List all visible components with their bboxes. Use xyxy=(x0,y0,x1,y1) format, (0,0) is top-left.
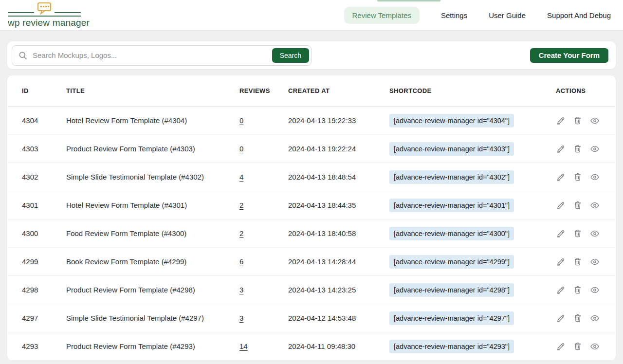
edit-button[interactable] xyxy=(556,285,566,295)
reviews-count-link[interactable]: 4 xyxy=(239,173,243,181)
column-header-id: ID xyxy=(22,87,66,94)
reviews-count-link[interactable]: 14 xyxy=(239,342,248,350)
delete-button[interactable] xyxy=(573,144,583,154)
shortcode-value[interactable]: [advance-review-manager id="4300"] xyxy=(389,227,514,240)
row-created-at: 2024-04-13 18:40:58 xyxy=(288,229,389,237)
row-title: Hotel Review Form Template (#4304) xyxy=(66,116,239,125)
search-input[interactable] xyxy=(28,46,272,65)
shortcode-value[interactable]: [advance-review-manager id="4293"] xyxy=(389,340,514,353)
edit-button[interactable] xyxy=(556,200,566,210)
row-id: 4297 xyxy=(22,314,66,322)
nav-review-templates[interactable]: Review Templates xyxy=(344,7,420,24)
trash-icon xyxy=(573,144,583,154)
eye-icon xyxy=(590,313,600,323)
logo-line-right xyxy=(55,12,81,13)
nav-settings[interactable]: Settings xyxy=(441,11,467,19)
column-header-reviews: REVIEWS xyxy=(239,87,288,94)
create-form-button[interactable]: Create Your Form xyxy=(530,48,608,63)
column-header-title: TITLE xyxy=(66,87,239,94)
view-button[interactable] xyxy=(590,200,600,210)
view-button[interactable] xyxy=(590,116,600,126)
shortcode-value[interactable]: [advance-review-manager id="4299"] xyxy=(389,255,514,269)
edit-button[interactable] xyxy=(556,116,566,126)
table-body: 4304 Hotel Review Form Template (#4304) … xyxy=(7,107,616,361)
table-header-row: ID TITLE REVIEWS CREATED AT SHORTCODE AC… xyxy=(7,75,616,107)
view-button[interactable] xyxy=(590,342,600,351)
view-button[interactable] xyxy=(590,172,600,182)
row-created-at: 2024-04-13 18:44:35 xyxy=(288,201,389,209)
trash-icon xyxy=(573,342,583,351)
shortcode-value[interactable]: [advance-review-manager id="4302"] xyxy=(389,170,514,184)
row-actions xyxy=(556,313,600,323)
row-id: 4293 xyxy=(22,342,66,350)
speech-bubble-icon xyxy=(36,2,53,15)
shortcode-value[interactable]: [advance-review-manager id="4301"] xyxy=(389,199,514,212)
delete-button[interactable] xyxy=(573,313,583,323)
reviews-count-link[interactable]: 3 xyxy=(239,286,243,294)
edit-pencil-icon xyxy=(556,285,566,295)
row-id: 4303 xyxy=(22,145,66,153)
edit-button[interactable] xyxy=(556,342,566,351)
reviews-count-link[interactable]: 2 xyxy=(239,201,243,209)
edit-button[interactable] xyxy=(556,172,566,182)
reviews-count-link[interactable]: 3 xyxy=(239,314,243,322)
nav-support-and-debug[interactable]: Support And Debug xyxy=(547,11,611,19)
table-row: 4297 Simple Slide Testimonial Template (… xyxy=(7,304,616,332)
delete-button[interactable] xyxy=(573,200,583,210)
eye-icon xyxy=(590,257,600,267)
edit-pencil-icon xyxy=(556,144,566,154)
top-header: wp review manager Review Templates Setti… xyxy=(0,0,623,31)
row-id: 4299 xyxy=(22,257,66,266)
reviews-count-link[interactable]: 0 xyxy=(239,145,243,153)
row-title: Book Review Form Template (#4299) xyxy=(66,257,239,266)
edit-pencil-icon xyxy=(556,342,566,351)
logo-title: wp review manager xyxy=(8,18,81,28)
row-title: Product Review Form Template (#4303) xyxy=(66,145,239,153)
view-button[interactable] xyxy=(590,285,600,295)
delete-button[interactable] xyxy=(573,229,583,238)
row-actions xyxy=(556,229,600,238)
row-actions xyxy=(556,200,600,210)
row-title: Simple Slide Testimonial Template (#4297… xyxy=(66,314,239,322)
main-nav: Review Templates Settings User Guide Sup… xyxy=(344,7,611,24)
row-actions xyxy=(556,342,600,351)
row-title: Hotel Review Form Template (#4301) xyxy=(66,201,239,209)
delete-button[interactable] xyxy=(573,172,583,182)
view-button[interactable] xyxy=(590,229,600,238)
edit-button[interactable] xyxy=(556,257,566,267)
eye-icon xyxy=(590,342,600,351)
delete-button[interactable] xyxy=(573,342,583,351)
delete-button[interactable] xyxy=(573,116,583,126)
edit-pencil-icon xyxy=(556,116,566,126)
column-header-created-at: CREATED AT xyxy=(288,87,389,94)
edit-button[interactable] xyxy=(556,144,566,154)
delete-button[interactable] xyxy=(573,257,583,267)
shortcode-value[interactable]: [advance-review-manager id="4297"] xyxy=(389,311,514,325)
row-actions xyxy=(556,144,600,154)
edit-pencil-icon xyxy=(556,172,566,182)
trash-icon xyxy=(573,257,583,267)
edit-button[interactable] xyxy=(556,313,566,323)
nav-user-guide[interactable]: User Guide xyxy=(489,11,526,19)
edit-button[interactable] xyxy=(556,229,566,238)
reviews-count-link[interactable]: 2 xyxy=(239,229,243,237)
reviews-count-link[interactable]: 6 xyxy=(239,257,243,266)
edit-pencil-icon xyxy=(556,313,566,323)
column-header-shortcode: SHORTCODE xyxy=(389,87,556,94)
trash-icon xyxy=(573,172,583,182)
delete-button[interactable] xyxy=(573,285,583,295)
app-logo[interactable]: wp review manager xyxy=(8,2,81,28)
shortcode-value[interactable]: [advance-review-manager id="4304"] xyxy=(389,114,514,127)
view-button[interactable] xyxy=(590,144,600,154)
table-row: 4302 Simple Slide Testimonial Template (… xyxy=(7,163,616,191)
view-button[interactable] xyxy=(590,313,600,323)
shortcode-value[interactable]: [advance-review-manager id="4303"] xyxy=(389,142,514,156)
view-button[interactable] xyxy=(590,257,600,267)
search-button[interactable]: Search xyxy=(272,48,309,63)
table-row: 4303 Product Review Form Template (#4303… xyxy=(7,135,616,163)
edit-pencil-icon xyxy=(556,257,566,267)
reviews-count-link[interactable]: 0 xyxy=(239,116,243,125)
shortcode-value[interactable]: [advance-review-manager id="4298"] xyxy=(389,283,514,297)
active-tab-indicator xyxy=(377,0,440,1)
row-id: 4300 xyxy=(22,229,66,237)
